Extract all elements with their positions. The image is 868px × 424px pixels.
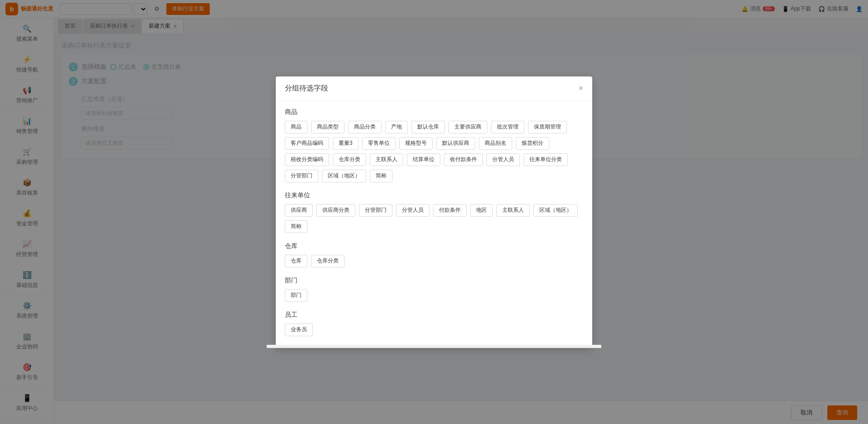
- field-tag[interactable]: 简称: [285, 220, 307, 233]
- field-tag[interactable]: 部门: [285, 289, 307, 302]
- field-tag[interactable]: 结算单位: [407, 153, 440, 166]
- field-tag[interactable]: 默认供应商: [436, 137, 475, 150]
- field-tag[interactable]: 默认仓库: [411, 121, 445, 133]
- section-employee: 员工业务员: [285, 311, 583, 336]
- section-warehouse: 仓库仓库仓库分类: [285, 242, 583, 267]
- field-tag[interactable]: 简称: [370, 170, 392, 182]
- field-tag[interactable]: 主联系人: [370, 153, 403, 166]
- field-tags-warehouse: 仓库仓库分类: [285, 255, 583, 267]
- field-tag[interactable]: 分管人员: [396, 204, 429, 217]
- field-tag[interactable]: 重量3: [333, 137, 359, 150]
- field-tags-partner: 供应商供应商分类分管部门分管人员付款条件地区主联系人区域（地区）简称: [285, 204, 583, 233]
- field-tag[interactable]: 分管人员: [486, 153, 520, 166]
- field-tag[interactable]: 炼货积分: [516, 137, 549, 150]
- field-tag[interactable]: 地区: [470, 204, 493, 217]
- field-tag[interactable]: 客户商品编码: [285, 137, 329, 150]
- section-title-partner: 往来单位: [285, 191, 583, 200]
- field-tag[interactable]: 批次管理: [491, 121, 524, 133]
- field-tag[interactable]: 仓库: [285, 255, 307, 267]
- section-goods: 商品商品商品类型商品分类产地默认仓库主要供应商批次管理保质期管理客户商品编码重量…: [285, 108, 583, 182]
- dialog-title: 分组待选字段: [285, 84, 328, 93]
- dialog-overlay: 分组待选字段 × 商品商品商品类型商品分类产地默认仓库主要供应商批次管理保质期管…: [0, 0, 868, 424]
- section-partner: 往来单位供应商供应商分类分管部门分管人员付款条件地区主联系人区域（地区）简称: [285, 191, 583, 233]
- field-tag[interactable]: 往来单位分类: [524, 153, 568, 166]
- field-tag[interactable]: 业务员: [285, 324, 313, 336]
- field-tag[interactable]: 区域（地区）: [533, 204, 578, 217]
- section-title-goods: 商品: [285, 108, 583, 116]
- field-tag[interactable]: 商品类型: [311, 121, 344, 133]
- field-tag[interactable]: 区域（地区）: [322, 170, 366, 182]
- field-tag[interactable]: 商品分类: [348, 121, 382, 133]
- field-tag[interactable]: 仓库分类: [311, 255, 344, 267]
- field-tag[interactable]: 分管部门: [285, 170, 318, 182]
- field-tag[interactable]: 税收分类编码: [285, 153, 329, 166]
- section-title-department: 部门: [285, 276, 583, 285]
- field-tags-goods: 商品商品类型商品分类产地默认仓库主要供应商批次管理保质期管理客户商品编码重量3零…: [285, 121, 583, 182]
- field-tag[interactable]: 付款条件: [433, 204, 467, 217]
- dialog-header: 分组待选字段 ×: [276, 76, 592, 101]
- field-tag[interactable]: 仓库分类: [333, 153, 366, 166]
- field-tags-department: 部门: [285, 289, 583, 302]
- field-tag[interactable]: 主要供应商: [448, 121, 487, 133]
- section-department: 部门部门: [285, 276, 583, 302]
- section-title-employee: 员工: [285, 311, 583, 319]
- field-tag[interactable]: 零售单位: [362, 137, 396, 150]
- field-tag[interactable]: 保质期管理: [528, 121, 567, 133]
- dialog-scrollbar-track: [267, 345, 601, 348]
- field-tag[interactable]: 产地: [385, 121, 408, 133]
- field-tag[interactable]: 主联系人: [496, 204, 530, 217]
- dialog-body[interactable]: 商品商品商品类型商品分类产地默认仓库主要供应商批次管理保质期管理客户商品编码重量…: [276, 101, 592, 345]
- field-tags-employee: 业务员: [285, 324, 583, 336]
- field-tag[interactable]: 收付款条件: [444, 153, 483, 166]
- field-tag[interactable]: 规格型号: [399, 137, 433, 150]
- field-tag[interactable]: 供应商: [285, 204, 313, 217]
- section-title-warehouse: 仓库: [285, 242, 583, 250]
- dialog-close-btn[interactable]: ×: [578, 84, 583, 93]
- field-tag[interactable]: 商品别名: [479, 137, 512, 150]
- field-tag[interactable]: 分管部门: [359, 204, 392, 217]
- field-tag[interactable]: 供应商分类: [316, 204, 355, 217]
- field-select-dialog: 分组待选字段 × 商品商品商品类型商品分类产地默认仓库主要供应商批次管理保质期管…: [276, 76, 592, 348]
- field-tag[interactable]: 商品: [285, 121, 307, 133]
